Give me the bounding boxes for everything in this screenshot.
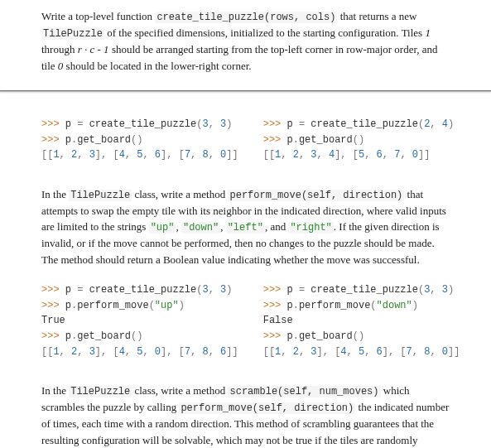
- str-right: "right": [288, 222, 333, 234]
- intro-text-4: through: [41, 43, 78, 55]
- ital-rc1: r · c - 1: [78, 43, 109, 55]
- example-4: >>> p = create_tile_puzzle(3, 3) >>> p.p…: [263, 282, 460, 359]
- example-1: >>> p = create_tile_puzzle(3, 3) >>> p.g…: [41, 117, 238, 163]
- code-tilepuzzle-2: TilePuzzle: [69, 190, 132, 201]
- example-2: >>> p = create_tile_puzzle(2, 4) >>> p.g…: [263, 117, 454, 163]
- example-3: >>> p = create_tile_puzzle(3, 3) >>> p.p…: [41, 282, 238, 359]
- code-perform-move-2: perform_move(self, direction): [179, 402, 355, 414]
- intro-paragraph: Write a top-level function create_tile_p…: [0, 0, 491, 90]
- code-perform-move: perform_move(self, direction): [228, 190, 404, 201]
- code-tilepuzzle: TilePuzzle: [41, 28, 104, 40]
- code-tilepuzzle-3: TilePuzzle: [69, 386, 132, 397]
- example-row-1: >>> p = create_tile_puzzle(3, 3) >>> p.g…: [0, 117, 491, 163]
- intro-text-6: should be located in the lower-right cor…: [63, 60, 251, 72]
- code-scramble: scramble(self, num_moves): [228, 386, 380, 397]
- str-down: "down": [181, 222, 220, 234]
- scramble-paragraph: In the TilePuzzle class, write a method …: [0, 374, 491, 448]
- ital-1: 1: [425, 26, 431, 39]
- intro-text-2: that returns a new: [337, 10, 416, 22]
- intro-text-3: of the specified dimensions, initialized…: [104, 26, 425, 39]
- perform-move-paragraph: In the TilePuzzle class, write a method …: [0, 178, 491, 283]
- str-left: "left": [226, 222, 265, 234]
- str-up: "up": [149, 222, 176, 234]
- intro-text-1: Write a top-level function: [41, 10, 155, 22]
- code-create-tile-puzzle: create_tile_puzzle(rows, cols): [155, 12, 337, 23]
- example-row-2: >>> p = create_tile_puzzle(3, 3) >>> p.p…: [0, 282, 491, 359]
